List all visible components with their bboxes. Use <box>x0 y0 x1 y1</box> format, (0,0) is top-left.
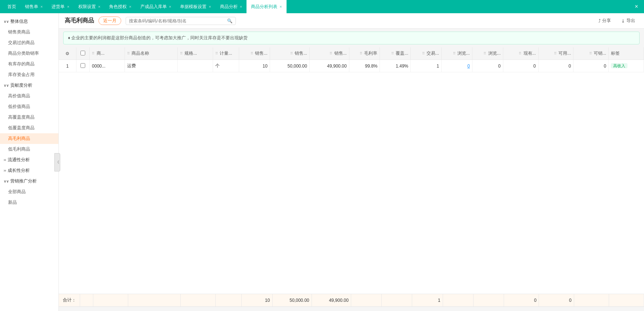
nav-home[interactable]: 首页 <box>3 0 21 13</box>
drag-icon-amount: ⠿ <box>290 51 293 55</box>
th-avail[interactable]: ⠿ 可用... <box>538 47 573 60</box>
th-tag[interactable]: 标签 <box>609 47 644 60</box>
close-analysis-list-tab[interactable]: × <box>280 4 282 9</box>
drag-icon-trade: ⠿ <box>422 51 425 55</box>
th-browse2[interactable]: ⠿ 浏览... <box>472 47 503 60</box>
sidebar-group-contribution[interactable]: ∨ 贡献度分析 <box>0 80 58 91</box>
nav-analysis[interactable]: 商品分析 × <box>216 0 247 13</box>
sidebar-group-growth[interactable]: › 成长性分析 <box>0 165 58 176</box>
th-browse1[interactable]: ⠿ 浏览... <box>442 47 472 60</box>
drag-icon-stock: ⠿ <box>519 51 521 55</box>
browse1-link[interactable]: 0 <box>467 64 470 69</box>
table-wrapper: ⚙ ⠿ 商... ⠿ 商品名称 <box>59 47 644 294</box>
th-sales-cost[interactable]: ⠿ 销售... <box>309 47 349 60</box>
th-code[interactable]: ⠿ 商... <box>90 47 125 60</box>
footer-total-row: 合计： 10 50,000.00 49,900.00 1 <box>59 294 644 307</box>
th-check[interactable] <box>76 47 90 60</box>
tag-high-income: 高收入 <box>611 63 627 68</box>
nav-product-in[interactable]: 产成品入库单 × <box>136 0 176 13</box>
close-product-in-tab[interactable]: × <box>169 4 171 9</box>
sidebar-item-traded-goods[interactable]: 交易过的商品 <box>0 37 58 48</box>
sidebar-group-overall[interactable]: ∨ 整体信息 <box>0 16 58 27</box>
sidebar-collapse-btn[interactable]: 《 <box>54 153 60 171</box>
row-checkbox[interactable] <box>80 63 85 68</box>
nav-role[interactable]: 角色授权 × <box>105 0 136 13</box>
td-check[interactable] <box>76 60 90 72</box>
nav-purchase[interactable]: 进货单 × <box>47 0 73 13</box>
footer-empty-browse2 <box>473 294 504 307</box>
th-name[interactable]: ⠿ 商品名称 <box>125 47 178 60</box>
info-banner: ♦ 企业的主要的利润都是这部分商品创造的，可考虑加大推广，同时关注库存是不要出现… <box>63 32 640 44</box>
th-unit[interactable]: ⠿ 计量... <box>213 47 239 60</box>
th-sales-amount[interactable]: ⠿ 销售... <box>270 47 310 60</box>
th-settings[interactable]: ⚙ <box>59 47 76 60</box>
nav-permission[interactable]: 权限设置 × <box>74 0 105 13</box>
search-input[interactable] <box>129 18 227 23</box>
th-trade[interactable]: ⠿ 交易... <box>411 47 442 60</box>
footer-stock: 0 <box>504 294 539 307</box>
close-role-tab[interactable]: × <box>129 4 131 9</box>
share-btn[interactable]: ⤴ 分享 <box>596 16 614 25</box>
sidebar-item-sales-goods[interactable]: 销售类商品 <box>0 27 58 37</box>
th-sales-qty[interactable]: ⠿ 销售... <box>239 47 270 60</box>
page-title: 高毛利商品 <box>65 17 94 25</box>
search-box: 🔍 <box>126 17 236 25</box>
drag-icon-cost: ⠿ <box>330 51 332 55</box>
th-sellable[interactable]: ⠿ 可销... <box>573 47 609 60</box>
header-actions: ⤴ 分享 ⤓ 导出 <box>596 16 638 25</box>
sidebar-item-stock-capital[interactable]: 库存资金占用 <box>0 69 58 80</box>
sidebar-item-low-coverage[interactable]: 低覆盖度商品 <box>0 123 58 133</box>
footer-empty-name <box>128 294 181 307</box>
footer-empty-code <box>93 294 128 307</box>
drag-icon-coverage: ⠿ <box>391 51 394 55</box>
horizontal-scrollbar[interactable] <box>59 307 644 311</box>
footer-label: 合计： <box>59 294 80 307</box>
sidebar-wrapper: ∨ 整体信息 销售类商品 交易过的商品 商品分类助销率 有库存的商品 库存资金占… <box>0 13 59 311</box>
close-analysis-tab[interactable]: × <box>240 4 242 9</box>
sidebar-group-liquidity[interactable]: › 流通性分析 <box>0 155 58 165</box>
select-all-checkbox[interactable] <box>80 51 85 55</box>
drag-icon-browse2: ⠿ <box>483 51 486 55</box>
close-permission-tab[interactable]: × <box>98 4 100 9</box>
close-template-tab[interactable]: × <box>209 4 211 9</box>
footer-sales-amount: 50,000.00 <box>272 294 312 307</box>
th-stock[interactable]: ⠿ 现有... <box>503 47 538 60</box>
td-coverage: 1.49% <box>380 60 411 72</box>
settings-icon[interactable]: ⚙ <box>65 51 69 56</box>
th-gross-rate[interactable]: ⠿ 毛利率 <box>349 47 380 60</box>
sidebar-item-high-margin[interactable]: 高毛利商品 <box>0 133 58 144</box>
td-gross-rate: 99.8% <box>349 60 380 72</box>
nav-template[interactable]: 单据模板设置 × <box>176 0 215 13</box>
sidebar-item-category-rate[interactable]: 商品分类助销率 <box>0 48 58 59</box>
th-spec[interactable]: ⠿ 规格... <box>177 47 213 60</box>
sidebar-item-new-goods[interactable]: 新品 <box>0 197 58 208</box>
close-window-btn[interactable]: × <box>632 3 641 10</box>
nav-sales[interactable]: 销售单 × <box>21 0 47 13</box>
footer-empty-check <box>80 294 93 307</box>
sidebar-item-all-goods[interactable]: 全部商品 <box>0 187 58 197</box>
sidebar-item-low-value[interactable]: 低价值商品 <box>0 101 58 112</box>
sidebar-item-high-coverage[interactable]: 高覆盖度商品 <box>0 112 58 123</box>
td-num: 1 <box>59 60 76 72</box>
export-btn[interactable]: ⤓ 导出 <box>618 16 638 25</box>
sidebar-item-in-stock[interactable]: 有库存的商品 <box>0 59 58 69</box>
th-coverage[interactable]: ⠿ 覆盖... <box>380 47 411 60</box>
footer-empty-rate <box>351 294 381 307</box>
footer-sales-qty: 10 <box>242 294 272 307</box>
footer-total: 合计： 10 50,000.00 49,900.00 1 <box>59 294 644 307</box>
sidebar-item-low-margin[interactable]: 低毛利商品 <box>0 144 58 155</box>
td-browse1[interactable]: 0 <box>442 60 472 72</box>
close-purchase-tab[interactable]: × <box>67 4 69 9</box>
content-header: 高毛利商品 近一月 🔍 ⤴ 分享 ⤓ 导出 <box>59 13 644 29</box>
sidebar-group-marketing[interactable]: ∨ 营销推广分析 <box>0 176 58 187</box>
drag-icon-avail: ⠿ <box>554 51 557 55</box>
data-table: ⚙ ⠿ 商... ⠿ 商品名称 <box>59 47 644 72</box>
drag-icon-code: ⠿ <box>92 51 94 55</box>
share-icon: ⤴ <box>598 18 601 23</box>
footer-sales-cost: 49,900.00 <box>312 294 351 307</box>
sidebar-item-high-value[interactable]: 高价值商品 <box>0 91 58 101</box>
td-trade: 1 <box>411 60 442 72</box>
close-sales-tab[interactable]: × <box>40 4 43 9</box>
nav-analysis-list[interactable]: 商品分析列表 × <box>247 0 286 13</box>
filter-month-btn[interactable]: 近一月 <box>98 17 121 25</box>
